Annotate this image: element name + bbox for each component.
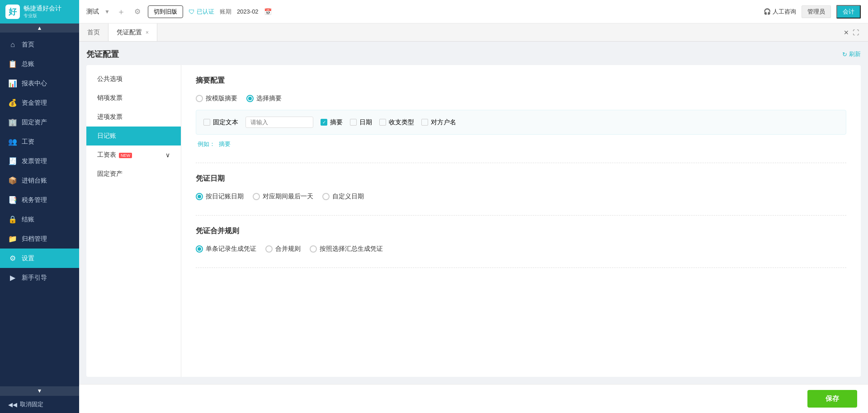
radio-last-day-circle (253, 193, 260, 200)
tab-voucher-config[interactable]: 凭证配置 × (108, 23, 157, 41)
summary-option-template-label: 按模版摘要 (206, 94, 237, 103)
voucher-date-title: 凭证日期 (196, 174, 846, 183)
sidebar-item-close[interactable]: 🔒 结账 (0, 210, 79, 229)
merge-rules-radio-group: 单条记录生成凭证 合并规则 按照选择汇总生成凭证 (196, 245, 846, 253)
pin-icon: ◀◀ (8, 401, 17, 408)
shield-icon: 🛡 (189, 8, 195, 15)
summary-checkbox-box: ✓ (321, 119, 327, 126)
tab-active-label: 凭证配置 (117, 28, 142, 37)
left-nav-sales-invoice-label: 销项发票 (97, 94, 123, 101)
summary-config-title: 摘要配置 (196, 76, 846, 85)
refresh-icon: ↻ (842, 51, 847, 58)
merge-option-single[interactable]: 单条记录生成凭证 (196, 245, 256, 253)
sidebar-item-invoice[interactable]: 🧾 发票管理 (0, 151, 79, 171)
sidebar-label-close: 结账 (22, 216, 34, 224)
fixed-text-input[interactable] (245, 117, 313, 128)
refresh-label: 刷新 (849, 50, 861, 58)
payment-type-checkbox-box (379, 119, 386, 126)
left-nav-payroll[interactable]: 工资表 NEW ∨ (86, 145, 181, 164)
save-button[interactable]: 保存 (807, 390, 857, 408)
merge-option-single-label: 单条记录生成凭证 (206, 245, 256, 253)
add-button[interactable]: ＋ (115, 5, 127, 19)
sidebar: 好 畅捷通好会计 专业版 ▲ ⌂ 首页 📋 总账 📊 报表中心 💰 资金管理 🏢… (0, 0, 79, 413)
content-body: 公共选项 销项发票 进项发票 日记账 工资表 NEW (86, 65, 861, 377)
summary-option-template[interactable]: 按模版摘要 (196, 94, 237, 103)
sidebar-label-report: 报表中心 (22, 80, 47, 88)
sidebar-label-ledger: 总账 (22, 60, 34, 68)
guide-icon: ▶ (8, 273, 17, 282)
content-wrapper: 凭证配置 ↻ 刷新 公共选项 销项发票 进项发票 日记账 (79, 42, 868, 384)
fixed-text-checkbox[interactable]: 固定文本 (203, 118, 238, 127)
report-icon: 📊 (8, 79, 17, 88)
tab-close-button[interactable]: × (146, 29, 149, 36)
sidebar-item-salary[interactable]: 👥 工资 (0, 132, 79, 151)
cancel-fixed-button[interactable]: ◀◀ 取消固定 (0, 395, 79, 413)
radio-selected-circle (310, 245, 317, 253)
logo-title: 畅捷通好会计 (24, 5, 61, 13)
calendar-icon[interactable]: 📅 (264, 8, 272, 15)
sidebar-item-settings[interactable]: ⚙ 设置 (0, 249, 79, 268)
date-option-last-day[interactable]: 对应期间最后一天 (253, 192, 313, 201)
sidebar-item-asset[interactable]: 🏢 固定资产 (0, 113, 79, 132)
divider-2 (196, 215, 846, 216)
sidebar-scroll-down[interactable]: ▼ (0, 386, 79, 395)
left-nav-purchase-invoice-label: 进项发票 (97, 113, 123, 120)
manager-button[interactable]: 管理员 (802, 5, 831, 18)
summary-config-section: 摘要配置 按模版摘要 选择摘要 (196, 76, 846, 148)
left-nav-diary[interactable]: 日记账 (86, 127, 181, 145)
tab-home-label: 首页 (87, 28, 100, 37)
fixed-text-label: 固定文本 (213, 118, 238, 127)
sidebar-item-report[interactable]: 📊 报表中心 (0, 74, 79, 93)
new-badge: NEW (119, 153, 132, 158)
left-nav-public[interactable]: 公共选项 (86, 70, 181, 89)
service-button[interactable]: 🎧 人工咨询 (764, 8, 796, 16)
date-checkbox-box (350, 119, 357, 126)
left-nav-diary-label: 日记账 (97, 132, 116, 139)
home-icon: ⌂ (8, 41, 17, 49)
date-label: 日期 (359, 118, 372, 127)
left-nav-payroll-label: 工资表 (97, 151, 116, 158)
fixed-text-checkbox-box (203, 119, 210, 126)
tax-icon: 📑 (8, 196, 17, 204)
sidebar-item-sales[interactable]: 📦 进销台账 (0, 171, 79, 190)
summary-option-select[interactable]: 选择摘要 (246, 94, 282, 103)
left-nav-fixed-assets[interactable]: 固定资产 (86, 164, 181, 183)
logo-text-area: 畅捷通好会计 专业版 (24, 5, 61, 19)
sidebar-item-archive[interactable]: 📁 归档管理 (0, 229, 79, 249)
sidebar-label-tax: 税务管理 (22, 196, 47, 204)
counterpart-checkbox[interactable]: 对方户名 (421, 118, 456, 127)
merge-option-rules[interactable]: 合并规则 (265, 245, 301, 253)
date-option-diary[interactable]: 按日记账日期 (196, 192, 244, 201)
summary-option-select-label: 选择摘要 (256, 94, 282, 103)
sidebar-label-sales: 进销台账 (22, 177, 47, 185)
sidebar-scroll-up[interactable]: ▲ (0, 23, 79, 33)
payment-type-checkbox[interactable]: 收支类型 (379, 118, 414, 127)
sales-icon: 📦 (8, 176, 17, 185)
settings-icon: ⚙ (8, 254, 17, 263)
refresh-button[interactable]: ↻ 刷新 (842, 50, 861, 58)
summary-checkbox[interactable]: ✓ 摘要 (321, 118, 343, 127)
left-nav-purchase-invoice[interactable]: 进项发票 (86, 108, 181, 127)
sidebar-label-settings: 设置 (22, 254, 34, 263)
date-checkbox[interactable]: 日期 (350, 118, 372, 127)
left-nav-sales-invoice[interactable]: 销项发票 (86, 89, 181, 108)
merge-rules-section: 凭证合并规则 单条记录生成凭证 合并规则 按照选择汇总生成凭证 (196, 226, 846, 253)
date-option-diary-label: 按日记账日期 (206, 192, 244, 201)
sidebar-item-guide[interactable]: ▶ 新手引导 (0, 268, 79, 287)
period-label: 账期 (220, 8, 231, 16)
cancel-fixed-label: 取消固定 (20, 400, 43, 408)
main-area: 测试 ▼ ＋ ⚙ 切到旧版 🛡 已认证 账期 2023-02 📅 🎧 人工咨询 … (79, 0, 868, 413)
sidebar-item-tax[interactable]: 📑 税务管理 (0, 190, 79, 210)
content-header: 凭证配置 ↻ 刷新 (86, 49, 861, 60)
company-dropdown-arrow[interactable]: ▼ (104, 9, 110, 15)
accountant-button[interactable]: 会计 (836, 5, 861, 19)
old-version-button[interactable]: 切到旧版 (148, 5, 183, 18)
tab-home[interactable]: 首页 (79, 23, 108, 41)
merge-option-selected[interactable]: 按照选择汇总生成凭证 (310, 245, 383, 253)
fullscreen-button[interactable]: ✕ ⛶ (839, 29, 863, 36)
sidebar-item-fund[interactable]: 💰 资金管理 (0, 93, 79, 113)
settings-gear-icon[interactable]: ⚙ (132, 5, 142, 18)
date-option-custom[interactable]: 自定义日期 (322, 192, 364, 201)
sidebar-item-ledger[interactable]: 📋 总账 (0, 54, 79, 74)
sidebar-item-home[interactable]: ⌂ 首页 (0, 35, 79, 54)
